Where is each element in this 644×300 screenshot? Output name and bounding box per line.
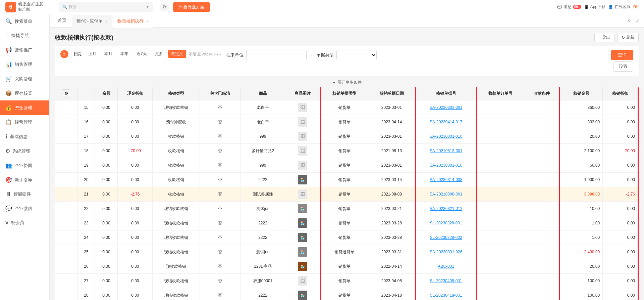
table-row[interactable]: 150.000.00现销收款核销否老白干🖼销货单2023-03-01SA-202… [55,100,638,115]
table-row[interactable]: 170.000.00收款核销否999🖼销货单2023-03-01SA-20230… [55,129,638,144]
doc-type-label: 单据类型 [316,52,334,58]
table-row[interactable]: 260.000.00预收款核销否123D商品🏪销货单2022-04-14ABC-… [55,259,638,274]
app-download-btn[interactable]: 📱 App下载 [584,4,605,10]
tab-prepay-close[interactable]: × [105,19,108,24]
cancel-no-link[interactable]: SL-20230328-002 [430,235,462,240]
cell-cancel-amount: 1,000.00 [559,173,603,187]
table-row[interactable]: 180.00-70.00收款核销否多计量商品2🖼销货单2021-08-13SA-… [55,144,638,158]
cancel-no-link[interactable]: SL-20230418-001 [430,293,462,298]
expand-bar[interactable]: ▼ 展开更多条件 [55,78,639,87]
sidebar-item-guide[interactable]: 🎯 新手引导 [0,173,49,187]
cell-seq: 24 [77,230,95,245]
date-btn-this-year[interactable]: 本年 [117,50,131,58]
table-row[interactable]: 280.000.00现结收款核销否2222🏪销货单2023-04-18SL-20… [55,288,638,300]
sidebar-item-wechat[interactable]: 💬 企业微信 [0,201,49,216]
table-row[interactable]: 190.000.00收款核销否999🖼销货单2023-03-01SA-20230… [55,158,638,173]
user-btn[interactable]: Rit [633,5,639,9]
sidebar-item-baseinfo[interactable]: ℹ 基础信息 [0,129,49,144]
filter-bar: » 日期 上月 本月 本年 近7天 更多 自定义 不限 至 2023-07-26 [55,46,639,76]
settings-icon[interactable]: ⚙ [160,2,169,12]
sidebar-item-collab[interactable]: 👥 企业协同 [0,158,49,173]
sidebar-item-hardware[interactable]: 🖥 智能硬件 [0,187,49,201]
table-row[interactable]: 250.000.00现结收款核销否测试jun🏪销货退货单2023-03-31SA… [55,245,638,259]
cancel-no-link[interactable]: SA-20230331-026 [430,250,462,254]
cell-cancel-amount: 100.00 [559,274,603,288]
sidebar-item-quicknav[interactable]: ⌂ 快捷导航 [0,29,49,43]
sidebar-item-finance[interactable]: 💰 资金管理 [0,100,49,115]
date-btn-7days[interactable]: 近7天 [133,50,150,58]
export-btn[interactable]: ↑ 导出 [594,33,614,42]
col-cancel-doc-type-header: 核销单据类型 [320,87,368,100]
cell-balance: 0.00 [95,173,118,187]
cancel-no-link[interactable]: SA-20230314-008 [430,177,462,182]
cell-receipt-condition [524,173,559,187]
cell-seq: 19 [77,158,95,173]
cancel-no-link[interactable]: SA-20230301-001 [430,105,462,110]
cell-seq: 21 [77,187,95,202]
query-btn[interactable]: 查询 [611,50,633,60]
table-row[interactable]: 220.000.00现结收款核销否测试jun🏪销货单2023-03-21SA-2… [55,202,638,216]
cancel-no-link[interactable]: SA-20210813-001 [430,148,462,153]
online-service-btn[interactable]: 👤 在线客服 [608,4,631,10]
cancel-no-link[interactable]: SA-20210808-001 [430,192,462,197]
sidebar-item-sales[interactable]: 📊 销售管理 [0,57,49,72]
cell-included-settled: 否 [200,216,240,230]
table-row[interactable]: 230.000.00现结收款核销否2222🏪销货单2023-03-28SL-20… [55,216,638,230]
industry-btn[interactable]: 体验行业方案 [173,2,210,12]
cell-cancel-doc-type: 销货单 [320,274,368,288]
refresh-btn[interactable]: ↻ 刷新 [617,33,639,42]
cell-cancel-amount: 333.00 [559,115,603,129]
cancel-no-link[interactable]: ABC-001 [438,264,454,269]
cancel-no-link[interactable]: SL-20230408-001 [430,278,462,283]
sidebar-item-purchase[interactable]: 🛒 采购管理 [0,72,49,86]
col-cancel-no-header: 核销单据号 [416,87,477,100]
message-btn[interactable]: 💬 消息 99+ [557,4,581,10]
cell-receipt-condition [524,100,559,115]
product-img: 🏪 [298,262,307,271]
cell-settings [55,230,77,245]
cancel-no-link[interactable]: SA-20230301-010 [430,134,462,139]
cancel-no-link[interactable]: SA-20230414-017 [430,120,462,124]
win-close-btn[interactable]: × [626,16,632,25]
filter-toggle-btn[interactable]: » [60,50,68,58]
date-btn-more[interactable]: 更多 [152,50,166,58]
partner-input[interactable] [246,50,307,60]
cancel-no-link[interactable]: SA-20230301-010 [430,163,462,168]
col-settings-icon[interactable]: ⚙ [62,89,70,97]
win-expand-btn[interactable]: ⤢ [634,16,641,25]
cell-cash-discount: 0.00 [118,216,153,230]
table-row[interactable]: 200.000.00收款核销否2222🏪销货单2023-03-14SA-2023… [55,173,638,187]
page-title: 收款核销执行(按收款) [55,34,113,42]
table-row[interactable]: 270.000.00现结收款核销否衣服00001🖼销货单2023-04-08SL… [55,274,638,288]
top-search[interactable]: 🔍 搜索 ▼ [59,2,153,12]
tab-prepay[interactable]: 预付冲应付单 × [72,15,112,28]
date-btn-last-month[interactable]: 上月 [85,50,99,58]
col-settings-header[interactable]: ⚙ [55,87,77,100]
cancel-no-link[interactable]: SA-20230321-012 [430,206,462,211]
cell-product-img: 🖼 [285,144,321,158]
tab-cancel[interactable]: 收款核销执行 × [113,15,153,28]
tab-home[interactable]: 首页 [52,14,72,28]
filter-settings-btn[interactable]: 设置 [613,61,633,72]
col-cancel-amount-header: 核销金额 [559,87,603,100]
sidebar-item-member[interactable]: V 畅会员 [0,216,49,230]
date-btn-custom[interactable]: 自定义 [168,50,186,58]
doc-type-select[interactable] [336,50,377,60]
table-row[interactable]: 240.000.00现结收款核销否2222🏪销货单2023-03-28SL-20… [55,230,638,245]
sidebar-item-marketing[interactable]: 📢 营销推广 [0,43,49,57]
ellipsis-btn[interactable]: ··· [309,52,314,58]
sidebar-item-search[interactable]: 🔍 搜索菜单 [0,14,49,29]
cell-cancel-date: 2023-04-18 [368,288,416,300]
sidebar-item-system[interactable]: ⚙ 系统管理 [0,144,49,158]
cell-cancel-no: SA-20210808-001 [416,187,477,202]
cancel-no-link[interactable]: SL-20230328-001 [430,221,462,225]
table-row[interactable]: 210.00-2.76收款核销否测试多属性🖼销货单2021-08-08SA-20… [55,187,638,202]
table-row[interactable]: 160.000.00预付冲应收否老白干🖼销货单2023-04-14SA-2023… [55,115,638,129]
wechat-icon: 💬 [5,205,12,212]
sidebar-item-operations[interactable]: 📋 经营管理 [0,115,49,129]
date-btn-this-month[interactable]: 本月 [101,50,115,58]
cell-seq: 18 [77,144,95,158]
product-img-placeholder: 🖼 [298,132,307,141]
tab-cancel-close[interactable]: × [146,19,149,24]
sidebar-item-inventory[interactable]: 📦 库存核算 [0,86,49,100]
